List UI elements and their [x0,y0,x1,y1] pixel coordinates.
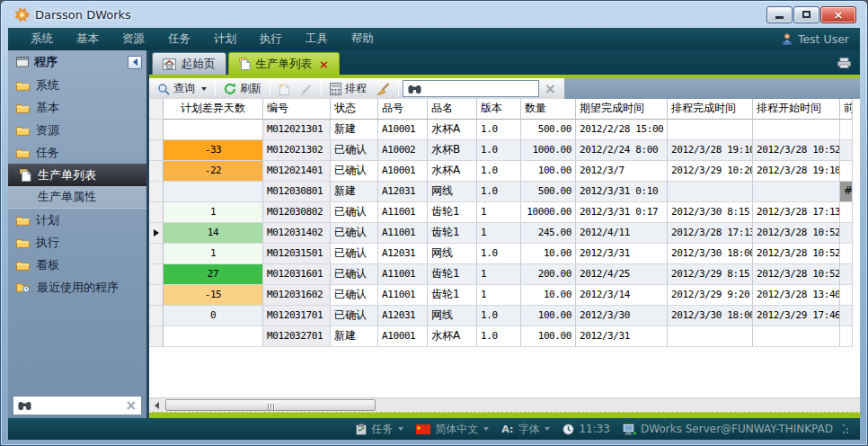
cell-sched_start[interactable]: 2012/3/28 17:13 [753,202,840,223]
printer-icon[interactable] [837,58,851,68]
cell-diff[interactable]: -15 [164,285,263,306]
scroll-left-button[interactable] [149,398,164,413]
refresh-button[interactable]: 刷新 [219,80,266,97]
cell-order_no[interactable]: M012021301 [263,120,331,140]
cell-sched_start[interactable]: 2012/3/28 10:52 [753,223,840,244]
cell-expected_finish[interactable]: 2012/3/30 [576,306,668,326]
clean-button[interactable] [372,82,394,96]
scrollbar-track[interactable] [164,398,860,413]
cell-overflow[interactable] [840,264,853,285]
cell-order_no[interactable]: M012031602 [263,285,331,306]
sidebar-item-基本[interactable]: 基本 [8,96,146,119]
row-selector[interactable] [149,306,164,326]
cell-sched_finish[interactable] [668,182,753,202]
column-header-qty[interactable]: 数量 [521,99,576,120]
cell-status[interactable]: 已确认 [331,223,378,244]
cell-version[interactable]: 1.0 [477,244,521,264]
sidebar-item-生产单列表[interactable]: 生产单列表 [8,164,146,186]
cell-version[interactable]: 1.0 [477,161,521,182]
row-selector[interactable] [149,140,164,161]
cell-item_name[interactable]: 网线 [428,244,477,264]
cell-sched_start[interactable]: 2012/3/28 10:52 [753,140,840,161]
minimize-button[interactable] [766,6,793,23]
cell-item_no[interactable]: A11001 [378,264,428,285]
table-row[interactable]: 27M012031601已确认A11001齿轮11200.002012/4/25… [149,264,860,285]
cell-status[interactable]: 新建 [331,120,378,140]
cell-qty[interactable]: 100.00 [521,326,576,347]
cell-qty[interactable]: 100.00 [521,306,576,326]
row-selector[interactable] [149,161,164,182]
table-row[interactable]: M012032701新建A10001水杯A1.0100.002012/3/31 [149,326,860,347]
status-task-menu[interactable]: 任务 [356,422,403,437]
menu-item-6[interactable]: 执行 [248,29,294,49]
table-row[interactable]: -22M012021401已确认A10001水杯A1.0100.002012/3… [149,161,860,182]
cell-order_no[interactable]: M012030801 [263,182,331,202]
table-row[interactable]: M012030801新建A12031网线1.0500.002012/3/31 0… [149,182,860,202]
cell-sched_start[interactable]: 2012/3/28 10:52 [753,244,840,264]
scrollbar-thumb[interactable] [165,399,376,411]
cell-status[interactable]: 已确认 [331,244,378,264]
cell-qty[interactable]: 1000.00 [521,140,576,161]
cell-order_no[interactable]: M012032701 [263,326,331,347]
cell-sched_start[interactable]: 2012/3/28 10:52 [753,264,840,285]
sidebar-item-任务[interactable]: 任务 [8,141,146,164]
cell-expected_finish[interactable]: 2012/3/31 0:17 [576,202,668,223]
cell-sched_finish[interactable]: 2012/3/30 18:00 [668,244,753,264]
cell-expected_finish[interactable]: 2012/4/11 [576,223,668,244]
menu-item-1[interactable]: 系统 [19,29,65,49]
cell-sched_finish[interactable]: 2012/3/29 10:20 [668,161,753,182]
row-selector-header[interactable] [149,99,164,120]
cell-sched_finish[interactable]: 2012/3/28 19:10 [668,140,753,161]
cell-item_no[interactable]: A11001 [378,285,428,306]
column-header-overflow[interactable]: 前 [840,99,853,120]
cell-qty[interactable]: 245.00 [521,223,576,244]
cell-expected_finish[interactable]: 2012/3/31 [576,326,668,347]
sidebar-item-执行[interactable]: 执行 [8,231,146,254]
cell-status[interactable]: 已确认 [331,264,378,285]
cell-sched_start[interactable] [753,326,840,347]
cell-item_no[interactable]: A10002 [378,140,428,161]
cell-item_name[interactable]: 水杯B [428,140,477,161]
cell-expected_finish[interactable]: 2012/3/14 [576,285,668,306]
cell-sched_finish[interactable]: 2012/3/29 8:15 [668,264,753,285]
column-header-expected_finish[interactable]: 期望完成时间 [576,99,668,120]
cell-version[interactable]: 1 [477,223,521,244]
cell-sched_start[interactable] [753,120,840,140]
cell-status[interactable]: 已确认 [331,161,378,182]
sidebar-collapse-button[interactable] [128,56,142,69]
sidebar-search-input[interactable] [35,399,121,412]
cell-version[interactable]: 1 [477,202,521,223]
cell-item_no[interactable]: A10001 [378,326,428,347]
grid-search-clear-icon[interactable]: × [545,84,556,94]
cell-expected_finish[interactable]: 2012/4/25 [576,264,668,285]
edit-order-button[interactable] [296,82,317,96]
cell-item_name[interactable]: 齿轮1 [428,264,477,285]
cell-diff[interactable] [164,182,263,202]
cell-diff[interactable]: -33 [164,140,263,161]
cell-qty[interactable]: 500.00 [521,120,576,140]
cell-overflow[interactable] [840,120,853,140]
table-row[interactable]: -33M012021302已确认A10002水杯B1.01000.002012/… [149,140,860,161]
row-selector[interactable] [149,244,164,264]
cell-status[interactable]: 已确认 [331,140,378,161]
cell-item_no[interactable]: A11001 [378,202,428,223]
column-header-sched_finish[interactable]: 排程完成时间 [668,99,753,120]
cell-version[interactable]: 1.0 [477,120,521,140]
cell-overflow[interactable] [840,202,853,223]
cell-sched_start[interactable]: 2012/3/29 17:46 [753,306,840,326]
cell-status[interactable]: 已确认 [331,202,378,223]
cell-expected_finish[interactable]: 2012/2/24 8:00 [576,140,668,161]
cell-item_name[interactable]: 水杯A [428,326,477,347]
cell-expected_finish[interactable]: 2012/3/31 0:10 [576,182,668,202]
cell-diff[interactable] [164,120,263,140]
menu-item-3[interactable]: 资源 [111,29,156,49]
cell-sched_finish[interactable]: 2012/3/29 9:20 [668,285,753,306]
sidebar-search-clear-icon[interactable]: × [125,400,137,411]
tab-生产单列表[interactable]: 生产单列表× [228,52,340,75]
column-header-sched_start[interactable]: 排程开始时间 [753,99,840,120]
cell-item_no[interactable]: A10001 [378,120,428,140]
cell-status[interactable]: 已确认 [331,285,378,306]
cell-overflow[interactable] [840,161,853,182]
cell-diff[interactable]: 0 [164,306,263,326]
cell-order_no[interactable]: M012031402 [263,223,331,244]
